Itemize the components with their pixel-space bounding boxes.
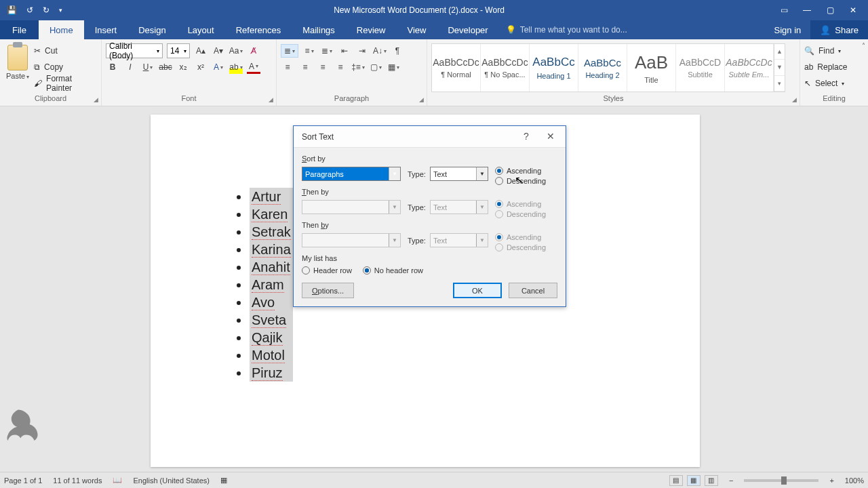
macro-icon[interactable]: ▦ — [220, 476, 227, 485]
list-item[interactable]: Artur — [250, 188, 293, 205]
underline-icon[interactable]: U — [141, 60, 155, 74]
replace-button[interactable]: abReplace — [804, 60, 847, 75]
styles-expand-icon[interactable]: ▾ — [774, 76, 785, 92]
justify-icon[interactable]: ≡ — [334, 60, 347, 74]
font-name-combo[interactable]: Calibri (Body)▾ — [106, 43, 163, 58]
clipboard-launcher-icon[interactable]: ◢ — [94, 95, 98, 104]
paste-button[interactable]: Paste — [4, 43, 31, 80]
copy-button[interactable]: ⧉Copy — [34, 60, 97, 75]
font-color-icon[interactable]: A — [247, 60, 260, 74]
options-button[interactable]: Options... — [302, 283, 354, 298]
spellcheck-icon[interactable]: 📖 — [113, 476, 122, 485]
bullets-icon[interactable]: ≣ — [281, 44, 298, 58]
style-heading2[interactable]: AaBbCcHeading 2 — [578, 44, 627, 92]
select-button[interactable]: ↖Select▾ — [804, 76, 847, 91]
line-spacing-icon[interactable]: ‡≡ — [351, 60, 365, 74]
web-layout-icon[interactable]: ▥ — [705, 475, 718, 486]
descending-radio-1[interactable]: Descending — [495, 177, 546, 185]
bulleted-list[interactable]: ArturKarenSetrakKarinaAnahitAramAvoSveta… — [237, 188, 293, 382]
grow-font-icon[interactable]: A▴ — [194, 44, 208, 58]
style-heading1[interactable]: AaBbCcHeading 1 — [530, 44, 578, 92]
styles-scroll-up-icon[interactable]: ▲ — [774, 44, 785, 60]
strikethrough-icon[interactable]: abc — [159, 60, 172, 74]
tab-design[interactable]: Design — [127, 20, 176, 39]
cut-button[interactable]: ✂Cut — [34, 43, 97, 58]
page-status[interactable]: Page 1 of 1 — [4, 476, 42, 485]
clear-formatting-icon[interactable]: A̸ — [247, 44, 260, 58]
undo-icon[interactable]: ↺ — [26, 5, 33, 15]
cancel-button[interactable]: Cancel — [509, 283, 557, 298]
style-normal[interactable]: AaBbCcDc¶ Normal — [432, 44, 481, 92]
read-mode-icon[interactable]: ▤ — [669, 475, 683, 486]
minimize-icon[interactable]: — — [799, 5, 815, 15]
list-item[interactable]: Karen — [250, 205, 293, 223]
list-item[interactable]: Sveta — [250, 311, 293, 329]
style-title[interactable]: AaBTitle — [627, 44, 676, 92]
style-nospacing[interactable]: AaBbCcDc¶ No Spac... — [481, 44, 530, 92]
list-item[interactable]: Avo — [250, 293, 293, 311]
tab-developer[interactable]: Developer — [437, 20, 498, 39]
zoom-in-icon[interactable]: + — [829, 476, 833, 485]
sort-by-combo[interactable]: Paragraphs ▼ — [302, 167, 401, 181]
increase-indent-icon[interactable]: ⇥ — [355, 44, 369, 58]
styles-launcher-icon[interactable]: ◢ — [792, 95, 797, 104]
align-right-icon[interactable]: ≡ — [316, 60, 330, 74]
italic-icon[interactable]: I — [123, 60, 137, 74]
tab-home[interactable]: Home — [39, 20, 84, 39]
maximize-icon[interactable]: ▢ — [822, 5, 838, 15]
decrease-indent-icon[interactable]: ⇤ — [338, 44, 351, 58]
header-row-radio[interactable]: Header row — [302, 266, 352, 274]
find-button[interactable]: 🔍Find▾ — [804, 43, 847, 58]
list-item[interactable]: Piruz — [250, 364, 293, 382]
superscript-icon[interactable]: x² — [194, 60, 208, 74]
tab-review[interactable]: Review — [346, 20, 397, 39]
styles-scroll-down-icon[interactable]: ▼ — [774, 60, 785, 75]
share-button[interactable]: 👤 Share — [810, 20, 868, 39]
style-subtle-em[interactable]: AaBbCcDcSubtle Em... — [725, 44, 774, 92]
language-status[interactable]: English (United States) — [133, 476, 210, 485]
word-count[interactable]: 11 of 11 words — [53, 476, 102, 485]
ok-button[interactable]: OK — [453, 283, 502, 298]
list-item[interactable]: Anahit — [250, 258, 293, 276]
tab-layout[interactable]: Layout — [177, 20, 225, 39]
zoom-level[interactable]: 100% — [845, 476, 864, 485]
ribbon-display-icon[interactable]: ▭ — [776, 5, 792, 15]
styles-gallery[interactable]: AaBbCcDc¶ Normal AaBbCcDc¶ No Spac... Aa… — [431, 43, 785, 92]
sort-icon[interactable]: A↓ — [373, 44, 387, 58]
tab-file[interactable]: File — [0, 20, 39, 39]
zoom-out-icon[interactable]: − — [729, 476, 733, 485]
sort-type-combo-1[interactable]: Text ▼ — [430, 167, 488, 181]
ascending-radio-1[interactable]: Ascending — [495, 167, 546, 175]
tell-me-search[interactable]: 💡 Tell me what you want to do... — [506, 20, 627, 39]
dialog-close-icon[interactable]: ✕ — [538, 126, 563, 146]
sign-in-link[interactable]: Sign in — [765, 20, 811, 39]
bold-icon[interactable]: B — [106, 60, 119, 74]
style-subtitle[interactable]: AaBbCcDSubtitle — [676, 44, 725, 92]
numbering-icon[interactable]: ≡ — [302, 44, 316, 58]
tab-insert[interactable]: Insert — [84, 20, 128, 39]
list-item[interactable]: Setrak — [250, 223, 293, 241]
text-effects-icon[interactable]: A — [212, 60, 225, 74]
then-by-combo-1[interactable]: ▼ — [302, 200, 401, 214]
chevron-down-icon[interactable]: ▼ — [476, 167, 488, 180]
align-left-icon[interactable]: ≡ — [281, 60, 294, 74]
highlight-icon[interactable]: ab — [229, 60, 243, 74]
collapse-ribbon-icon[interactable]: ˄ — [862, 42, 865, 49]
dialog-help-icon[interactable]: ? — [514, 126, 538, 146]
no-header-row-radio[interactable]: No header row — [363, 266, 423, 274]
chevron-down-icon[interactable]: ▼ — [389, 201, 400, 214]
font-size-combo[interactable]: 14▾ — [167, 43, 190, 58]
list-item[interactable]: Motol — [250, 346, 293, 364]
zoom-slider[interactable] — [744, 479, 818, 482]
list-item[interactable]: Aram — [250, 276, 293, 293]
tab-view[interactable]: View — [396, 20, 437, 39]
save-icon[interactable]: 💾 — [7, 5, 17, 15]
chevron-down-icon[interactable]: ▼ — [389, 167, 400, 180]
subscript-icon[interactable]: x₂ — [176, 60, 190, 74]
redo-icon[interactable]: ↻ — [43, 5, 50, 15]
borders-icon[interactable]: ▦ — [387, 60, 400, 74]
tab-mailings[interactable]: Mailings — [292, 20, 346, 39]
list-item[interactable]: Karina — [250, 241, 293, 258]
font-launcher-icon[interactable]: ◢ — [269, 95, 273, 104]
close-icon[interactable]: ✕ — [845, 5, 861, 15]
